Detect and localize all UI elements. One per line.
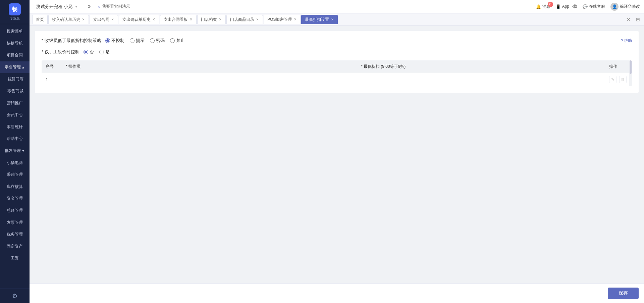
customer-service-button[interactable]: 💬 在线客服 xyxy=(583,4,605,9)
sidebar-item-label: 采购管理 xyxy=(7,172,23,178)
table-body: 1 ✎ 🗑 xyxy=(42,73,632,86)
radio-remind-input[interactable] xyxy=(130,38,135,43)
form-row-1: * 收银员低于最低折扣控制策略 不控制 提示 密码 xyxy=(42,38,632,44)
tab-payment-confirm-history[interactable]: 支出确认单历史 × xyxy=(119,15,159,24)
sidebar-item-member-center[interactable]: 会员中心 xyxy=(0,109,30,121)
radio-password-label: 密码 xyxy=(156,38,165,44)
chevron-up-icon: ▲ xyxy=(21,65,25,69)
save-button[interactable]: 保存 xyxy=(608,288,639,299)
radio-forbid-input[interactable] xyxy=(170,38,175,43)
help-icon: ? xyxy=(621,38,623,43)
sidebar-item-search[interactable]: 搜索菜单 xyxy=(0,26,30,38)
sidebar-item-salary[interactable]: 工资 xyxy=(0,252,30,264)
tab-close-icon[interactable]: × xyxy=(82,17,85,22)
project-dropdown-icon: ▼ xyxy=(74,5,78,8)
sidebar-item-tax-mgmt[interactable]: 税务管理 xyxy=(0,229,30,241)
sidebar-item-smart-store[interactable]: 智慧门店 xyxy=(0,73,30,85)
sidebar-item-retail-mall[interactable]: 零售商城 xyxy=(0,85,30,97)
sidebar-item-inventory[interactable]: 库存核算 xyxy=(0,181,30,193)
sidebar-item-accounting[interactable]: 总账管理 xyxy=(0,205,30,217)
cell-action: ✎ 🗑 xyxy=(605,73,632,86)
tab-menu-button[interactable]: ⊞ xyxy=(635,16,641,23)
tab-payment-contract[interactable]: 支出合同 × xyxy=(90,15,118,24)
sidebar-item-label: 工资 xyxy=(11,256,19,261)
sidebar-item-help-center[interactable]: 帮助中心 xyxy=(0,133,30,145)
radio-no-input[interactable] xyxy=(84,50,88,54)
sidebar-item-ecommerce[interactable]: 小畅电商 xyxy=(0,157,30,169)
tab-close-icon[interactable]: × xyxy=(256,17,259,22)
topbar-demo[interactable]: ○ 我要看实例演示 xyxy=(98,4,130,9)
user-menu[interactable]: 👤 徐泽华修改 xyxy=(610,3,640,11)
tab-home[interactable]: 首页 xyxy=(32,15,48,24)
sidebar-item-fixed-assets[interactable]: 固定资产 xyxy=(0,241,30,253)
project-name: 测试分开完程-小兄 xyxy=(36,4,72,10)
radio-password-input[interactable] xyxy=(150,38,155,43)
radio-yes[interactable]: 是 xyxy=(99,49,110,55)
tab-close-icon[interactable]: × xyxy=(189,17,193,22)
radio-no-control-input[interactable] xyxy=(105,38,110,43)
topbar-settings[interactable]: ⚙ xyxy=(85,3,94,10)
sidebar-item-marketing[interactable]: 营销推广 xyxy=(0,97,30,109)
help-button[interactable]: ? 帮助 xyxy=(621,38,632,44)
notifications-button[interactable]: 🔔 消息 8 xyxy=(536,4,550,9)
sidebar-item-retail-stats[interactable]: 零售统计 xyxy=(0,121,30,133)
sidebar-item-label: 税务管理 xyxy=(7,232,23,237)
table-header: 序号 * 操作员 * 最低折扣 (9.00等于9折) 操作 xyxy=(42,60,632,73)
app-download-button[interactable]: 📱 App下载 xyxy=(556,4,577,9)
tab-close-button[interactable]: ✕ xyxy=(625,16,632,23)
tab-income-history[interactable]: 收入确认单历史 × xyxy=(48,15,89,24)
col-seq-header: 序号 xyxy=(42,60,62,73)
sidebar-bottom: ⚙ xyxy=(0,289,30,303)
delete-icon[interactable]: 🗑 xyxy=(619,76,627,83)
customer-service-icon: 💬 xyxy=(583,4,588,9)
tab-pos-password[interactable]: POS加密管理 × xyxy=(264,15,301,24)
field2-radio-group: 否 是 xyxy=(84,49,110,55)
radio-no-control[interactable]: 不控制 xyxy=(105,38,124,44)
tab-label: 支出合同看板 xyxy=(164,17,188,22)
sidebar-item-label: 零售统计 xyxy=(7,124,23,130)
form-card: * 收银员低于最低折扣控制策略 不控制 提示 密码 xyxy=(35,31,639,93)
radio-password[interactable]: 密码 xyxy=(150,38,165,44)
tab-payment-contract-board[interactable]: 支出合同看板 × xyxy=(160,15,197,24)
tab-close-icon[interactable]: × xyxy=(330,17,334,22)
field2-label: * 仅手工改价时控制 xyxy=(42,49,79,55)
sidebar-item-purchase-mgmt[interactable]: 采购管理 xyxy=(0,169,30,181)
notification-badge: 8 xyxy=(548,2,553,7)
sidebar-item-capital-mgmt[interactable]: 资金管理 xyxy=(0,193,30,205)
sidebar-item-project-contract[interactable]: 项目合同 xyxy=(0,49,30,61)
topbar-project[interactable]: 测试分开完程-小兄 ▼ xyxy=(34,2,80,11)
sidebar-item-label: 库存核算 xyxy=(7,184,23,190)
table-row: 1 ✎ 🗑 xyxy=(42,73,632,86)
logo-text: 专业版 xyxy=(10,16,20,20)
radio-remind[interactable]: 提示 xyxy=(130,38,145,44)
form-row-2: * 仅手工改价时控制 否 是 xyxy=(42,49,632,55)
tab-close-icon[interactable]: × xyxy=(293,17,297,22)
edit-icon[interactable]: ✎ xyxy=(609,76,616,83)
radio-yes-input[interactable] xyxy=(99,50,104,54)
tab-label: POS加密管理 xyxy=(267,17,292,22)
sidebar-item-wholesale-mgmt[interactable]: 批发管理 ▼ xyxy=(0,145,30,157)
tab-min-discount[interactable]: 最低折扣设置 × xyxy=(301,15,338,24)
tab-close-icon[interactable]: × xyxy=(111,17,114,22)
tab-close-icon[interactable]: × xyxy=(218,17,222,22)
radio-forbid[interactable]: 禁止 xyxy=(170,38,185,44)
tab-store-archive[interactable]: 门店档案 × xyxy=(197,15,226,24)
help-label: 帮助 xyxy=(624,38,632,44)
scrollbar-thumb[interactable] xyxy=(630,60,632,74)
tab-close-icon[interactable]: × xyxy=(152,17,156,22)
sidebar-item-invoice-mgmt[interactable]: 发票管理 xyxy=(0,217,30,229)
sidebar-item-retail-mgmt[interactable]: 零售管理 ▲ xyxy=(0,61,30,73)
app-download-icon: 📱 xyxy=(556,4,561,9)
sidebar-item-label: 批发管理 xyxy=(5,148,21,154)
field1-label: * 收银员低于最低折扣控制策略 xyxy=(42,38,101,44)
table-container: 序号 * 操作员 * 最低折扣 (9.00等于9折) 操作 1 ✎ xyxy=(42,60,632,86)
demo-icon: ○ xyxy=(98,4,100,9)
sidebar-item-shortcut[interactable]: 快捷导航 xyxy=(0,38,30,50)
col-discount-header: * 最低折扣 (9.00等于9折) xyxy=(357,60,605,73)
tab-store-goods[interactable]: 门店商品目录 × xyxy=(226,15,263,24)
scrollbar-track[interactable] xyxy=(629,60,632,86)
topbar-right: 🔔 消息 8 📱 App下载 💬 在线客服 👤 徐泽华修改 xyxy=(536,3,640,11)
settings-icon[interactable]: ⚙ xyxy=(12,292,17,300)
page-content: * 收银员低于最低折扣控制策略 不控制 提示 密码 xyxy=(30,26,644,283)
radio-no[interactable]: 否 xyxy=(84,49,94,55)
